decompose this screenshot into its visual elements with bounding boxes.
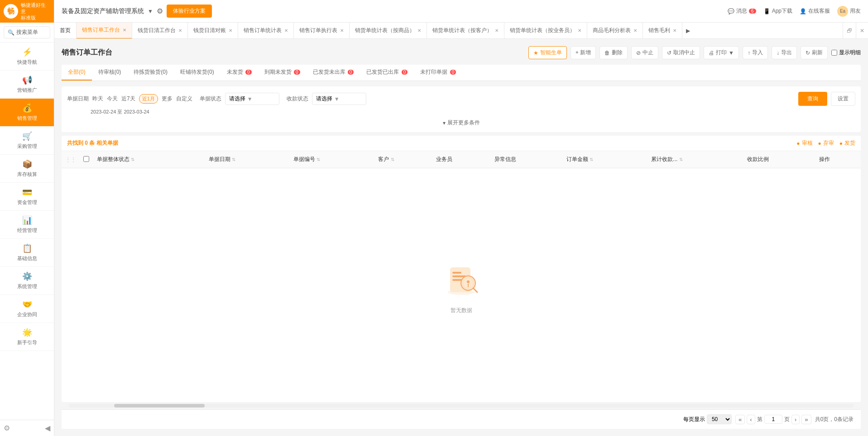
ship-action-button[interactable]: ● 发货 [839, 139, 855, 147]
tab-cash-reconcile[interactable]: 钱货日清对账 ✕ [188, 23, 238, 39]
tab-close-stats-customer[interactable]: ✕ [495, 28, 499, 33]
date-opt-custom[interactable]: 自定义 [176, 95, 192, 103]
search-menu-button[interactable]: 🔍 搜索菜单 [4, 26, 50, 38]
tab-close-all-button[interactable]: ✕ [856, 23, 868, 39]
svg-rect-2 [452, 272, 461, 274]
tab-close-sales-workbench[interactable]: ✕ [123, 28, 126, 33]
tab-gross-profit[interactable]: 商品毛利分析表 ✕ [587, 23, 643, 39]
message-button[interactable]: 💬 消息 6 [728, 7, 756, 15]
horizontal-scrollbar[interactable] [69, 404, 854, 408]
date-opt-today[interactable]: 今天 [107, 95, 118, 103]
date-opt-more[interactable]: 更多 [162, 95, 173, 103]
sidebar-item-sales[interactable]: 💰 销售管理 [0, 99, 54, 127]
subtab-all[interactable]: 全部(0) [62, 65, 92, 81]
subtab-shipped-not-warehoused[interactable]: 已发货未出库 0 [307, 65, 360, 81]
subtab-pending-inspect[interactable]: 待拣货验货(0) [127, 65, 174, 81]
prev-page-button[interactable]: ‹ [747, 415, 755, 424]
tab-home[interactable]: 首页 [54, 23, 77, 39]
app-download-button[interactable]: 📱 App下载 [763, 7, 792, 15]
first-page-button[interactable]: « [735, 415, 745, 424]
subtab-shipped-warehoused[interactable]: 已发货已出库 0 [360, 65, 414, 81]
sidebar-item-quicknav[interactable]: ⚡ 快捷导航 [0, 43, 54, 71]
tab-sales-profit[interactable]: 销售毛利 ✕ [643, 23, 682, 39]
sidebar-item-marketing[interactable]: 📢 营销推广 [0, 71, 54, 99]
online-service-button[interactable]: 👤 在线客服 [800, 7, 830, 15]
subtab-not-shipped[interactable]: 未发货 0 [221, 65, 258, 81]
last-page-button[interactable]: » [801, 415, 811, 424]
set-button[interactable]: 设置 [831, 92, 855, 106]
tab-close-cash-daily[interactable]: ✕ [178, 28, 182, 33]
cancel-stop-icon: ↺ [667, 50, 671, 56]
col-date: 单据日期 ⇅ [205, 151, 290, 168]
show-details-checkbox[interactable]: 显示明细 [831, 49, 861, 57]
sidebar-item-finance[interactable]: 💳 资金管理 [0, 183, 54, 211]
user-menu[interactable]: Ea 用友 [837, 6, 861, 17]
query-button[interactable]: 查询 [798, 92, 827, 106]
page-size-select[interactable]: 10 20 50 100 [707, 414, 732, 424]
show-details-input[interactable] [831, 50, 837, 56]
import-button[interactable]: ↑ 导入 [743, 46, 768, 59]
smart-create-button[interactable]: ★ 智能生单 [528, 46, 567, 59]
tab-close-sales-stats[interactable]: ✕ [284, 28, 288, 33]
sidebar-item-basic[interactable]: 📋 基础信息 [0, 239, 54, 267]
tab-sales-stats-staff[interactable]: 销货单统计表（按业务员） ✕ [504, 23, 587, 39]
export-button[interactable]: ↓ 导出 [772, 46, 797, 59]
topbar-right: 💬 消息 6 📱 App下载 👤 在线客服 Ea 用友 [728, 6, 861, 17]
delete-icon: 🗑 [604, 50, 610, 56]
sidebar-item-inventory[interactable]: 📦 库存核算 [0, 155, 54, 183]
tab-close-cash-reconcile[interactable]: ✕ [229, 28, 232, 33]
system-dropdown[interactable]: ▼ [148, 8, 153, 14]
sort-icon: ⇅ [232, 157, 235, 162]
tab-close-stats-staff[interactable]: ✕ [578, 28, 581, 33]
tab-sales-exec[interactable]: 销售订单执行表 ✕ [294, 23, 350, 39]
sidebar-item-guide[interactable]: 🌟 新手引导 [0, 323, 54, 351]
tab-sales-stats-customer[interactable]: 销货单统计表（按客户） ✕ [427, 23, 504, 39]
sidebar-item-system[interactable]: ⚙️ 系统管理 [0, 267, 54, 295]
page-number-input[interactable] [764, 415, 782, 424]
sidebar-item-label: 快捷导航 [17, 59, 37, 66]
subtab-pending-review[interactable]: 待审核(0) [92, 65, 128, 81]
refresh-button[interactable]: ↻ 刷新 [801, 46, 828, 59]
date-opt-last7[interactable]: 近7天 [121, 95, 135, 103]
tab-sales-stats-product[interactable]: 销货单统计表（按商品） ✕ [350, 23, 427, 39]
cancel-review-action-button[interactable]: ● 弃审 [818, 139, 834, 147]
tab-close-stats-product[interactable]: ✕ [417, 28, 421, 33]
solution-button[interactable]: 体验行业方案 [167, 5, 212, 18]
stop-icon: ⊘ [636, 50, 641, 56]
table-right-actions: ● 审核 ● 弃审 ● 发货 [796, 139, 855, 147]
sidebar-collapse-button[interactable]: ◀ [45, 424, 50, 432]
tab-restore-button[interactable]: 🗗 [843, 23, 856, 39]
next-page-button[interactable]: › [791, 415, 800, 424]
tab-sales-stats[interactable]: 销售订单统计表 ✕ [238, 23, 294, 39]
tab-close-gross-profit[interactable]: ✕ [633, 28, 637, 33]
subtab-expired-not-shipped[interactable]: 到期未发货 0 [258, 65, 307, 81]
tab-cash-daily[interactable]: 钱货日清工作台 ✕ [132, 23, 188, 39]
tab-more-button[interactable]: ▶ [682, 28, 694, 34]
add-button[interactable]: + 新增 [571, 46, 596, 59]
expand-filter-button[interactable]: ▾ 展开更多条件 [443, 119, 480, 127]
tab-close-sales-exec[interactable]: ✕ [340, 28, 344, 33]
review-action-button[interactable]: ● 审核 [796, 139, 812, 147]
topbar-settings-icon[interactable]: ⚙ [157, 7, 163, 15]
export-icon: ↓ [777, 50, 779, 56]
sidebar-item-operations[interactable]: 📊 经营管理 [0, 211, 54, 239]
tab-close-sales-profit[interactable]: ✕ [673, 28, 676, 33]
cancel-stop-button[interactable]: ↺ 取消中止 [662, 46, 700, 59]
sidebar-item-purchase[interactable]: 🛒 采购管理 [0, 127, 54, 155]
date-opt-yesterday[interactable]: 昨天 [92, 95, 103, 103]
col-drag: ⋮⋮ [62, 151, 80, 168]
status-select[interactable]: 请选择 ▼ [225, 93, 279, 105]
delete-button[interactable]: 🗑 删除 [599, 46, 628, 59]
date-opt-last1m[interactable]: 近1月 [139, 94, 158, 104]
sidebar-item-cooperation[interactable]: 🤝 企业协同 [0, 295, 54, 323]
sidebar-settings-button[interactable]: ⚙ [4, 424, 10, 432]
select-all-checkbox[interactable] [83, 156, 89, 162]
print-button[interactable]: 🖨 打印 ▼ [704, 46, 739, 59]
payment-select[interactable]: 请选择 ▼ [312, 93, 366, 105]
stop-button[interactable]: ⊘ 中止 [631, 46, 658, 59]
subtab-wangpu[interactable]: 旺铺待发货(0) [174, 65, 221, 81]
subtab-not-printed[interactable]: 未打印单据 0 [414, 65, 462, 81]
tab-sales-workbench[interactable]: 销售订单工作台 ✕ [77, 23, 132, 39]
scrollbar-thumb[interactable] [114, 404, 205, 408]
page-total: 共0页，0条记录 [815, 416, 854, 423]
